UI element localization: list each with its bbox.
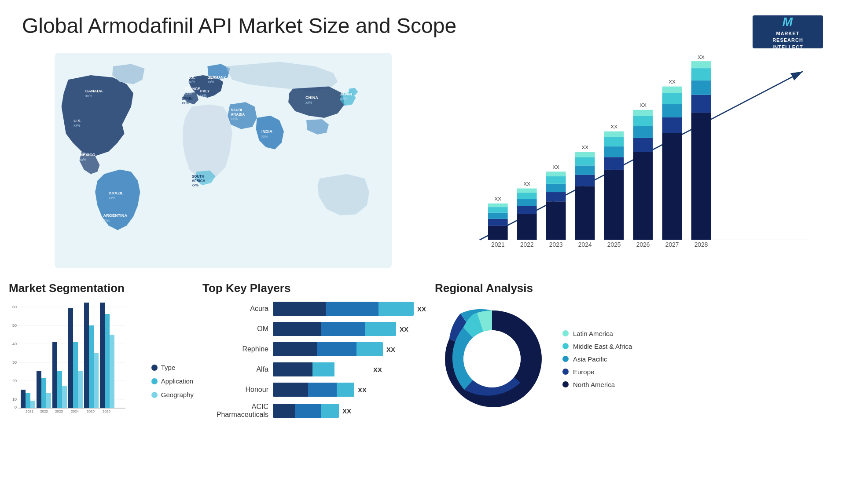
regional-legend: Latin America Middle East & Africa Asia … <box>562 330 632 388</box>
svg-text:2025: 2025 <box>607 241 621 248</box>
application-dot <box>151 378 158 384</box>
svg-text:xx%: xx% <box>188 80 195 84</box>
svg-text:U.S.: U.S. <box>73 119 81 123</box>
player-name-om: OM <box>202 325 268 333</box>
regional-section: Regional Analysis <box>435 281 836 497</box>
player-xx-rephine: XX <box>386 346 395 353</box>
bar-acic <box>273 404 339 418</box>
segmentation-section: Market Segmentation 60 50 40 30 20 10 0 <box>9 281 194 497</box>
svg-rect-119 <box>73 342 78 408</box>
svg-text:2024: 2024 <box>578 241 592 248</box>
svg-rect-36 <box>488 219 508 226</box>
svg-text:XX: XX <box>669 79 676 84</box>
svg-rect-43 <box>517 206 537 214</box>
svg-rect-87 <box>691 68 711 80</box>
key-players-title: Top Key Players <box>202 281 426 295</box>
svg-rect-77 <box>662 133 682 240</box>
svg-rect-124 <box>94 353 99 408</box>
europe-label: Europe <box>573 368 594 376</box>
svg-text:xx%: xx% <box>103 219 110 223</box>
svg-text:2023: 2023 <box>549 241 563 248</box>
player-bar-om: XX <box>273 322 426 336</box>
svg-rect-50 <box>546 192 566 201</box>
segmentation-inner: 60 50 40 30 20 10 0 <box>9 302 194 418</box>
application-label: Application <box>161 377 193 385</box>
svg-text:xx%: xx% <box>192 183 198 187</box>
page-title: Global Armodafinil API Market Size and S… <box>22 13 456 39</box>
latin-america-dot <box>562 330 569 336</box>
svg-text:CHINA: CHINA <box>305 95 318 100</box>
svg-text:ARABIA: ARABIA <box>231 113 245 117</box>
svg-text:xx%: xx% <box>231 117 237 121</box>
player-xx-alfa: XX <box>373 366 382 373</box>
bar-seg3-rephine <box>356 342 383 356</box>
svg-text:xx%: xx% <box>109 196 115 200</box>
svg-text:MEXICO: MEXICO <box>79 153 95 157</box>
svg-text:2022: 2022 <box>520 241 534 248</box>
logo-line3: INTELLECT <box>772 44 803 51</box>
svg-rect-120 <box>78 371 83 408</box>
mea-label: Middle East & Africa <box>573 343 632 350</box>
svg-text:2026: 2026 <box>636 241 650 248</box>
segmentation-chart: 60 50 40 30 20 10 0 <box>9 302 145 418</box>
bar-seg1-om <box>273 322 321 336</box>
svg-text:xx%: xx% <box>73 124 80 128</box>
legend-asia-pacific: Asia Pacific <box>562 355 632 363</box>
player-row-om: OM XX <box>202 322 426 336</box>
svg-rect-118 <box>68 308 73 408</box>
north-america-dot <box>562 381 569 387</box>
svg-rect-38 <box>488 207 508 213</box>
svg-text:ITALY: ITALY <box>200 89 210 93</box>
svg-rect-107 <box>26 393 30 408</box>
svg-text:xx%: xx% <box>85 94 92 98</box>
svg-text:XX: XX <box>582 144 589 150</box>
segmentation-title: Market Segmentation <box>9 281 194 295</box>
growth-chart-svg: XX 2021 XX 2022 XX 2023 XX 20 <box>446 53 836 273</box>
donut-chart <box>435 302 549 416</box>
bar-seg3-alfa <box>312 362 334 376</box>
player-row-acic: ACIC Pharmaceuticals XX <box>202 403 426 419</box>
svg-text:ARGENTINA: ARGENTINA <box>103 213 128 218</box>
bar-seg3-acic <box>321 404 339 418</box>
latin-america-label: Latin America <box>573 330 613 337</box>
svg-rect-60 <box>575 152 595 157</box>
svg-rect-115 <box>57 371 62 408</box>
svg-rect-46 <box>517 189 537 193</box>
svg-rect-67 <box>604 131 624 137</box>
svg-rect-56 <box>575 186 595 240</box>
europe-dot <box>562 369 569 375</box>
segmentation-legend: Type Application Geography <box>151 364 194 418</box>
svg-text:XX: XX <box>553 164 560 170</box>
svg-rect-127 <box>105 314 110 408</box>
logo-line2: RESEARCH <box>772 37 803 44</box>
donut-svg <box>435 302 549 416</box>
logo-area: M MARKET RESEARCH INTELLECT <box>753 13 823 48</box>
svg-text:2023: 2023 <box>55 409 63 413</box>
logo-letter: M <box>783 13 793 30</box>
svg-rect-110 <box>37 371 41 408</box>
bar-seg1-rephine <box>273 342 317 356</box>
top-section: CANADA xx% U.S. xx% MEXICO xx% BRAZIL xx… <box>0 53 845 273</box>
bar-alfa <box>273 362 370 376</box>
svg-text:2021: 2021 <box>491 241 505 248</box>
player-row-acura: Acura XX <box>202 302 426 316</box>
player-name-acura: Acura <box>202 305 268 313</box>
bar-seg2-rephine <box>317 342 356 356</box>
svg-text:xx%: xx% <box>207 80 214 84</box>
player-row-alfa: Alfa XX <box>202 362 426 376</box>
bar-seg3-acura <box>378 302 414 316</box>
player-xx-om: XX <box>400 325 408 333</box>
svg-rect-51 <box>546 184 566 192</box>
svg-text:FRANCE: FRANCE <box>185 87 200 91</box>
regional-inner: Latin America Middle East & Africa Asia … <box>435 302 836 416</box>
bar-acura <box>273 302 414 316</box>
svg-text:10: 10 <box>12 397 17 402</box>
svg-text:JAPAN: JAPAN <box>340 92 352 96</box>
logo: M MARKET RESEARCH INTELLECT <box>753 15 823 48</box>
svg-rect-116 <box>62 386 67 408</box>
svg-rect-126 <box>100 303 105 408</box>
svg-text:XX: XX <box>611 124 618 129</box>
svg-text:XX: XX <box>524 181 531 186</box>
world-map-svg: CANADA xx% U.S. xx% MEXICO xx% BRAZIL xx… <box>9 53 437 268</box>
asia-pacific-dot <box>562 356 569 362</box>
